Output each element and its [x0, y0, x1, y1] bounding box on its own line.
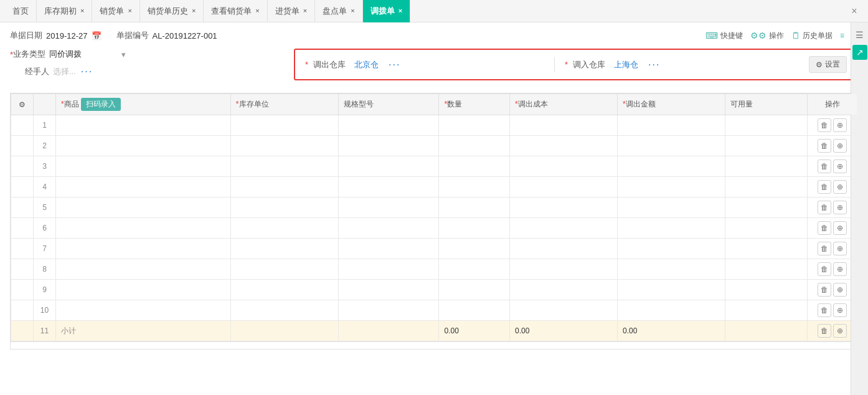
row-amount-cell[interactable]: [618, 156, 725, 177]
copy-icon[interactable]: ⊕: [833, 159, 847, 173]
shortcut-btn[interactable]: ⌨ 快捷键: [705, 31, 743, 41]
out-warehouse-value[interactable]: 北京仓: [354, 59, 379, 70]
person-more-btn[interactable]: ···: [81, 66, 93, 77]
row-cost-cell[interactable]: [509, 218, 617, 239]
row-spec-cell[interactable]: [338, 136, 439, 156]
row-unit-cell[interactable]: [230, 300, 338, 321]
delete-icon[interactable]: 🗑: [818, 159, 831, 173]
row-qty-cell[interactable]: [439, 136, 509, 156]
tab-close-purchase[interactable]: ×: [303, 7, 307, 14]
row-spec-cell[interactable]: [338, 218, 439, 239]
row-amount-cell[interactable]: [618, 300, 725, 321]
row-spec-cell[interactable]: [338, 156, 439, 177]
tab-purchase-order[interactable]: 进货单 ×: [268, 0, 315, 22]
copy-icon[interactable]: ⊕: [833, 324, 847, 338]
row-cost-cell[interactable]: [509, 156, 617, 177]
row-qty-cell[interactable]: [439, 218, 509, 239]
row-spec-cell[interactable]: [338, 300, 439, 321]
row-qty-cell[interactable]: [439, 239, 509, 259]
delete-icon[interactable]: 🗑: [818, 118, 831, 132]
row-spec-cell[interactable]: [338, 280, 439, 300]
row-qty-cell[interactable]: [439, 177, 509, 198]
tab-close-transfer[interactable]: ×: [399, 7, 402, 14]
col-header-gear[interactable]: ⚙: [11, 94, 34, 115]
delete-icon[interactable]: 🗑: [818, 242, 831, 255]
copy-icon[interactable]: ⊕: [833, 262, 847, 276]
row-amount-cell[interactable]: [618, 218, 725, 239]
row-unit-cell[interactable]: [230, 239, 338, 259]
row-amount-cell[interactable]: [618, 259, 725, 280]
warehouse-settings-btn[interactable]: ⚙ 设置: [809, 56, 847, 73]
row-goods-cell[interactable]: [56, 280, 231, 300]
copy-icon[interactable]: ⊕: [833, 221, 847, 235]
date-value[interactable]: 2019-12-27: [46, 31, 88, 40]
list-view-btn[interactable]: ≡: [840, 31, 844, 40]
tab-view-sales[interactable]: 查看销货单 ×: [204, 0, 267, 22]
dropdown-arrow-icon[interactable]: ▾: [121, 50, 126, 59]
row-cost-cell[interactable]: [509, 115, 617, 136]
tab-close-inventory[interactable]: ×: [80, 7, 84, 14]
row-unit-cell[interactable]: [230, 198, 338, 218]
row-cost-cell[interactable]: [509, 136, 617, 156]
in-warehouse-more-btn[interactable]: ···: [648, 59, 660, 70]
row-cost-cell[interactable]: [509, 280, 617, 300]
copy-icon[interactable]: ⊕: [833, 242, 847, 255]
row-unit-cell[interactable]: [230, 259, 338, 280]
calendar-icon[interactable]: 📅: [92, 31, 101, 40]
delete-icon[interactable]: 🗑: [818, 262, 831, 276]
tab-close-view-sales[interactable]: ×: [255, 7, 259, 14]
row-unit-cell[interactable]: [230, 177, 338, 198]
row-unit-cell[interactable]: [230, 115, 338, 136]
tab-sales-history[interactable]: 销货单历史 ×: [140, 0, 204, 22]
row-cost-cell[interactable]: [509, 177, 617, 198]
row-amount-cell[interactable]: [618, 136, 725, 156]
row-goods-cell[interactable]: [56, 239, 231, 259]
tab-sales-order[interactable]: 销货单 ×: [92, 0, 139, 22]
row-qty-cell[interactable]: [439, 115, 509, 136]
row-qty-cell[interactable]: [439, 198, 509, 218]
row-cost-cell[interactable]: [509, 300, 617, 321]
tab-close-sales[interactable]: ×: [128, 7, 131, 14]
row-spec-cell[interactable]: [338, 115, 439, 136]
operations-btn[interactable]: ⚙⚙ 操作: [750, 31, 784, 41]
delete-icon[interactable]: 🗑: [818, 324, 831, 338]
row-qty-cell[interactable]: [439, 259, 509, 280]
row-goods-cell[interactable]: [56, 136, 231, 156]
row-goods-cell[interactable]: [56, 300, 231, 321]
row-amount-cell[interactable]: [618, 239, 725, 259]
row-qty-cell[interactable]: [439, 300, 509, 321]
row-cost-cell[interactable]: [509, 198, 617, 218]
right-panel-link-icon[interactable]: ↗: [852, 45, 867, 60]
copy-icon[interactable]: ⊕: [833, 180, 847, 194]
copy-icon[interactable]: ⊕: [833, 303, 847, 317]
copy-icon[interactable]: ⊕: [833, 201, 847, 214]
row-spec-cell[interactable]: [338, 177, 439, 198]
row-cost-cell[interactable]: [509, 239, 617, 259]
tab-close-history[interactable]: ×: [192, 7, 196, 14]
row-amount-cell[interactable]: [618, 115, 725, 136]
delete-icon[interactable]: 🗑: [818, 303, 831, 317]
tab-close-stock[interactable]: ×: [351, 7, 354, 14]
row-cost-cell[interactable]: [509, 259, 617, 280]
window-close-button[interactable]: ×: [846, 2, 863, 20]
horizontal-scrollbar[interactable]: [10, 342, 858, 350]
row-amount-cell[interactable]: [618, 280, 725, 300]
delete-icon[interactable]: 🗑: [818, 221, 831, 235]
row-unit-cell[interactable]: [230, 218, 338, 239]
row-unit-cell[interactable]: [230, 280, 338, 300]
row-spec-cell[interactable]: [338, 259, 439, 280]
copy-icon[interactable]: ⊕: [833, 118, 847, 132]
row-goods-cell[interactable]: [56, 177, 231, 198]
tab-home[interactable]: 首页: [5, 0, 37, 22]
row-spec-cell[interactable]: [338, 239, 439, 259]
in-warehouse-value[interactable]: 上海仓: [614, 59, 638, 70]
row-unit-cell[interactable]: [230, 156, 338, 177]
row-qty-cell[interactable]: [439, 280, 509, 300]
tab-inventory-init[interactable]: 库存期初 ×: [37, 0, 92, 22]
delete-icon[interactable]: 🗑: [818, 139, 831, 153]
copy-icon[interactable]: ⊕: [833, 283, 847, 297]
delete-icon[interactable]: 🗑: [818, 180, 831, 194]
scan-input-btn[interactable]: 扫码录入: [81, 98, 121, 111]
delete-icon[interactable]: 🗑: [818, 201, 831, 214]
row-goods-cell[interactable]: [56, 115, 231, 136]
